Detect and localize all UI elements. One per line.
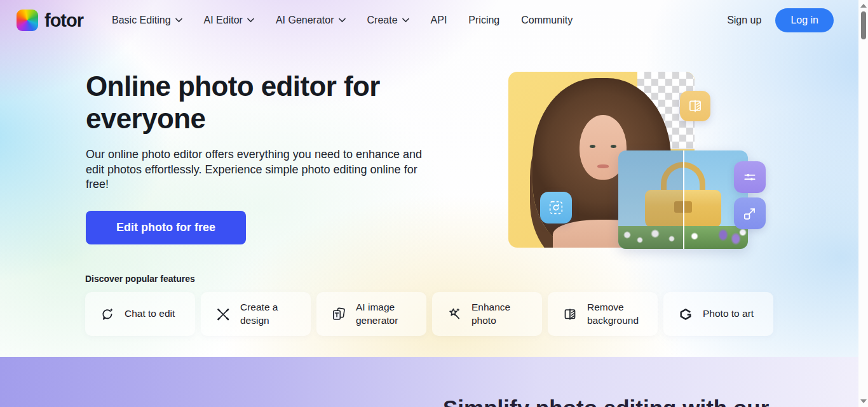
feature-card-label: AI image generator — [356, 301, 419, 328]
feature-card-label: Create a design — [240, 301, 304, 328]
hero-copy: Online photo editor for everyone Our onl… — [86, 70, 467, 244]
scrollbar[interactable] — [858, 0, 868, 407]
feature-card-label: Enhance photo — [471, 301, 535, 328]
fotor-logo-icon — [17, 10, 38, 31]
design-pens-icon — [215, 307, 231, 322]
chevron-down-icon — [339, 18, 346, 23]
top-navigation: fotor Basic Editing AI Editor AI Generat… — [0, 0, 858, 41]
nav-item-ai-generator[interactable]: AI Generator — [276, 15, 346, 26]
feature-card-remove-background[interactable]: Remove background — [548, 292, 658, 336]
nav-item-pricing[interactable]: Pricing — [468, 15, 499, 26]
page-title: Online photo editor for everyone — [86, 70, 467, 135]
replace-rotate-icon — [547, 199, 565, 217]
nav-item-label: Create — [367, 15, 398, 26]
nav-item-community[interactable]: Community — [521, 15, 573, 26]
next-section-heading: Simplify photo editing with our — [443, 396, 769, 407]
next-section: Simplify photo editing with our — [0, 357, 868, 407]
chevron-down-icon — [247, 18, 254, 23]
scroll-down-arrow-icon[interactable] — [860, 399, 867, 403]
nav-item-api[interactable]: API — [431, 15, 447, 26]
hero-description: Our online photo editor offers everythin… — [86, 147, 432, 192]
feature-card-label: Remove background — [587, 301, 651, 328]
before-after-photo — [618, 150, 748, 249]
nav-item-label: Pricing — [468, 15, 499, 26]
chevron-down-icon — [175, 18, 182, 23]
page: fotor Basic Editing AI Editor AI Generat… — [0, 0, 868, 407]
fotor-hexagon-icon — [678, 307, 693, 322]
adjust-sliders-tile[interactable] — [734, 161, 766, 193]
nav-item-label: AI Editor — [204, 15, 243, 26]
popular-features: Discover popular features Chat to edit C… — [85, 274, 773, 336]
nav-menu: Basic Editing AI Editor AI Generator Cre… — [112, 15, 573, 26]
nav-item-basic-editing[interactable]: Basic Editing — [112, 15, 182, 26]
remove-background-icon — [687, 98, 703, 114]
feature-card-label: Chat to edit — [125, 307, 188, 321]
fotor-logo[interactable]: fotor — [17, 10, 83, 31]
feature-card-ai-image-generator[interactable]: AI image generator — [316, 292, 426, 336]
sign-up-link[interactable]: Sign up — [727, 15, 761, 26]
features-label: Discover popular features — [85, 274, 773, 284]
nav-item-label: Basic Editing — [112, 15, 171, 26]
chat-refresh-icon — [100, 307, 115, 322]
remove-background-icon — [562, 307, 578, 322]
adjust-sliders-icon — [741, 168, 759, 186]
edit-photo-cta-button[interactable]: Edit photo for free — [86, 211, 246, 244]
scroll-up-arrow-icon[interactable] — [860, 4, 867, 8]
hero-collage — [505, 70, 769, 254]
chevron-down-icon — [402, 18, 409, 23]
nav-item-label: Community — [521, 15, 573, 26]
before-half-overlay — [618, 150, 683, 249]
before-after-divider[interactable] — [683, 150, 684, 249]
nav-item-label: API — [431, 15, 447, 26]
resize-expand-icon — [741, 204, 759, 222]
text-image-cards-icon — [331, 307, 346, 322]
fotor-wordmark: fotor — [44, 10, 83, 31]
log-in-button[interactable]: Log in — [775, 8, 834, 32]
nav-item-label: AI Generator — [276, 15, 334, 26]
scrollbar-thumb[interactable] — [861, 11, 866, 39]
replace-rotate-tile[interactable] — [540, 192, 572, 224]
resize-expand-tile[interactable] — [734, 197, 766, 229]
remove-background-tile[interactable] — [680, 91, 710, 121]
nav-item-ai-editor[interactable]: AI Editor — [204, 15, 254, 26]
feature-card-create-a-design[interactable]: Create a design — [201, 292, 311, 336]
feature-card-enhance-photo[interactable]: Enhance photo — [432, 292, 542, 336]
nav-item-create[interactable]: Create — [367, 15, 409, 26]
magic-star-icon — [447, 307, 462, 322]
feature-card-label: Photo to art — [703, 307, 766, 321]
feature-cards-row: Chat to edit Create a design AI image ge… — [85, 292, 773, 336]
header-actions: Sign up Log in — [727, 8, 834, 32]
feature-card-chat-to-edit[interactable]: Chat to edit — [85, 292, 195, 336]
feature-card-photo-to-art[interactable]: Photo to art — [663, 292, 773, 336]
